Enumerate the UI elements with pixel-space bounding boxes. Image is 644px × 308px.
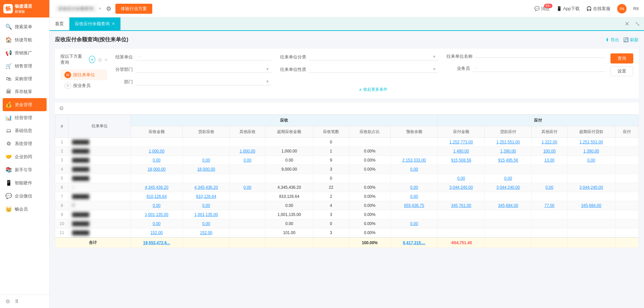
tab-expand-action[interactable]: ⤡ (635, 20, 640, 28)
cell-ap-loan[interactable]: 1,390.00 (485, 147, 532, 156)
cell-ar-amount[interactable]: 18,000.00 (130, 165, 182, 174)
cell-ar-other[interactable]: 1,000.00 (230, 147, 265, 156)
cell-ap-overdue[interactable]: 345,684.00 (567, 201, 615, 210)
sidebar-item-guide[interactable]: 📚 新手引导 (0, 163, 49, 176)
footer-ar-total[interactable]: 19,553,472,6... (130, 237, 182, 248)
cell-ap-overdue[interactable]: 1,390.00 (567, 147, 615, 156)
cell-ap-amount[interactable]: 1,490.00 (438, 147, 485, 156)
avatar[interactable]: Rit (617, 4, 627, 13)
cell-ar-amount[interactable]: 810,126.64 (130, 192, 182, 201)
sidebar-item-search[interactable]: 🔍 搜索菜单 (0, 20, 49, 33)
cell-ap-overdue[interactable]: 0.00 (567, 156, 615, 165)
cell-ar-amount[interactable]: 0.00 (130, 219, 182, 228)
cell-ar-loan[interactable]: 1,001,135.00 (183, 210, 230, 219)
cell-ap-overdue (567, 165, 615, 174)
filter-template-icon[interactable]: ◎ (98, 57, 102, 62)
cell-ap-amount[interactable]: 345,761.00 (438, 201, 485, 210)
cell-ar-loan[interactable]: 0.00 (183, 219, 230, 228)
footer-ar-advance[interactable]: 6,417,215.... (391, 237, 438, 248)
cell-ar-advance[interactable]: 0.00 (391, 183, 438, 192)
cell-ar-amount[interactable]: 0.00 (130, 156, 182, 165)
sidebar-item-wechat[interactable]: 💬 企业微信 (0, 189, 49, 203)
table-scroll[interactable]: # 往来单位 应收 应付 应收金额 贷款应收 其他应收 超期应收金额 应收笔数 (55, 115, 639, 248)
sidebar-item-vip[interactable]: 👑 畅会员 (0, 203, 49, 216)
cell-ap-amount[interactable]: 3,044,240.00 (438, 183, 485, 192)
settlement-unit-input[interactable]: ··· (136, 53, 271, 60)
refresh-action[interactable]: 🔄 刷新 (623, 37, 639, 43)
export-action[interactable]: ⬆ 导出 (605, 37, 619, 43)
cell-ap-col5 (615, 147, 638, 156)
sub-nav-by-partner[interactable]: W 按往来单位 (60, 70, 107, 80)
cell-ap-other[interactable]: 0.00 (532, 183, 567, 192)
cell-ap-amount[interactable]: 915,508.56 (438, 156, 485, 165)
sidebar-item-inventory[interactable]: 🏛 库存核算 (0, 85, 49, 98)
collapse-btn[interactable]: ∧ 收起更多条件 (113, 87, 633, 92)
table-settings-icon[interactable]: ⚙ (59, 105, 64, 112)
cell-ap-amount[interactable]: 0.00 (438, 174, 485, 183)
cell-ar-amount[interactable]: 152.00 (130, 228, 182, 238)
cell-ar-loan[interactable]: 18,000.00 (183, 165, 230, 174)
cell-ap-overdue[interactable]: 1,251,551.00 (567, 138, 615, 147)
cell-ap-loan[interactable]: 1,251,551.00 (485, 138, 532, 147)
sidebar-item-operation[interactable]: 📊 经营管理 (0, 111, 49, 124)
cell-ap-amount[interactable]: 1,252,773.00 (438, 138, 485, 147)
cell-ap-other[interactable]: 100.00 (532, 147, 567, 156)
sidebar-item-system[interactable]: ⚙ 系统管理 (0, 137, 49, 150)
filter-collapse-icon[interactable]: « (105, 57, 107, 62)
cell-ar-advance[interactable]: 655,636.75 (391, 201, 438, 210)
settings-button[interactable]: 设置 (610, 66, 633, 76)
tab-close-icon[interactable]: ✕ (112, 21, 115, 26)
cell-ar-loan[interactable]: 0.00 (183, 156, 230, 165)
cell-ar-amount[interactable]: 1,001,135.00 (130, 210, 182, 219)
topbar-gear-icon[interactable]: ⚙ (106, 5, 111, 12)
cell-ar-amount[interactable]: 0.00 (130, 201, 182, 210)
cell-ap-other[interactable]: 77.00 (532, 201, 567, 210)
cell-ar-other[interactable]: 0.00 (230, 156, 265, 165)
filter-add-btn[interactable]: + (89, 56, 95, 63)
partner-cat-input[interactable]: ▼ (309, 53, 438, 60)
sub-nav-by-salesperson[interactable]: ⏱ 按业务员 (60, 80, 107, 91)
sidebar-item-marketing[interactable]: 📢 营销推广 (0, 46, 49, 59)
cell-ar-loan[interactable]: 0.00 (183, 201, 230, 210)
online-service-item[interactable]: 🎧 在线客服 (586, 6, 610, 12)
cell-ap-loan[interactable]: 915,495.56 (485, 156, 532, 165)
salesperson-input[interactable]: ··· (473, 65, 605, 72)
username-label[interactable]: Rit (633, 6, 639, 11)
cell-ar-amount[interactable]: 1,000.00 (130, 147, 182, 156)
tab-close-action[interactable]: ✕ (625, 20, 630, 28)
cell-ap-other[interactable]: 13.00 (532, 156, 567, 165)
cell-ar-advance[interactable]: 0.00 (391, 219, 438, 228)
sidebar-item-finance[interactable]: 💰 资金管理 (3, 98, 47, 111)
dept-input[interactable]: ▼ (136, 78, 271, 85)
cell-ar-loan[interactable]: 4,345,436.20 (183, 183, 230, 192)
cell-ar-advance[interactable]: 2,153,333.00 (391, 156, 438, 165)
cell-ap-loan[interactable]: 3,044,240.00 (485, 183, 532, 192)
app-download-item[interactable]: 📱 App下载 (556, 6, 580, 12)
cell-ap-overdue[interactable]: 3,044,240.00 (567, 183, 615, 192)
partner-nature-input[interactable]: ▼ (309, 66, 438, 73)
sidebar-item-purchase[interactable]: 🛍 采购管理 (0, 73, 49, 85)
cell-ar-loan[interactable]: 810,126.64 (183, 192, 230, 201)
promo-button[interactable]: 体验行业方案 (115, 4, 152, 14)
cell-ar-other[interactable]: 0.00 (230, 183, 265, 192)
cell-ar-amount[interactable]: 4,345,436.20 (130, 183, 182, 192)
message-item[interactable]: 💬 消息 99+ (534, 6, 550, 12)
cell-ar-advance[interactable]: 0.00 (391, 192, 438, 201)
dept-manage-input[interactable]: ▼ (136, 66, 271, 73)
cell-ap-loan[interactable]: 0.00 (485, 174, 532, 183)
query-button[interactable]: 查询 (610, 53, 633, 63)
cell-ar-loan[interactable]: 152.00 (183, 228, 230, 238)
tab-arba[interactable]: 应收应付余额查询 ✕ (69, 17, 121, 30)
sidebar-item-basic[interactable]: 🗂 基础信息 (0, 124, 49, 137)
tab-home[interactable]: 首页 (50, 17, 69, 30)
cell-ap-loan[interactable]: 345,684.00 (485, 201, 532, 210)
cell-ar-advance[interactable]: 0.00 (391, 165, 438, 174)
sidebar-item-coop[interactable]: 🤝 企业协同 (0, 150, 49, 163)
partner-name-input[interactable] (475, 55, 605, 58)
cell-ap-other[interactable]: 1,222.00 (532, 138, 567, 147)
sidebar-settings-btn[interactable]: ⚙ (5, 298, 10, 305)
sidebar-item-quick[interactable]: 🏠 快捷导航 (0, 33, 49, 46)
sidebar-item-hardware[interactable]: 📱 智能硬件 (0, 176, 49, 189)
sidebar-collapse-btn[interactable]: ⏸ (14, 298, 19, 305)
sidebar-item-sales[interactable]: 🛒 销售管理 (0, 59, 49, 73)
